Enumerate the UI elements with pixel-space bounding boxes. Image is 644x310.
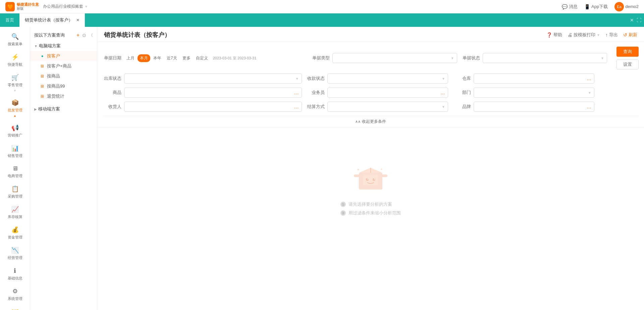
app-download-button[interactable]: 📱 App下载: [584, 4, 608, 10]
filter-row-4: 收货人 … 结算方式 ▼: [103, 102, 639, 112]
settlement-dropdown[interactable]: ▼: [327, 102, 448, 112]
empty-num-1: ①: [340, 202, 346, 207]
empty-illustration: ✦ ✦: [351, 154, 391, 195]
payment-status-label: 收款状态: [306, 75, 325, 82]
filter-row-2: 出库状态 ▼ 收款状态 ▼: [103, 73, 639, 84]
top-bar-right: 💬 消息 📱 App下载 Ea demo2: [562, 2, 639, 11]
pc-scheme-header[interactable]: ▼ 电脑端方案: [30, 41, 97, 51]
scheme-customer-product[interactable]: ⊞ 按客户+商品: [30, 61, 97, 71]
salesperson-input[interactable]: …: [327, 88, 448, 98]
svg-text:✦: ✦: [357, 167, 360, 172]
date-tab-this-year[interactable]: 本年: [151, 54, 164, 62]
logo-area: 🧡 畅捷通好生意 标版: [5, 2, 39, 11]
add-scheme-button[interactable]: +: [76, 32, 79, 38]
collapse-more-button[interactable]: ∧∧ 收起更多条件: [103, 116, 639, 127]
svg-point-2: [366, 178, 369, 181]
filter-row-1: 单据日期 上月 本月 本年 近7天 更多 自定义 20: [103, 47, 639, 69]
help-button[interactable]: ❓ 帮助: [546, 32, 562, 38]
out-status-arrow-icon: ▼: [296, 77, 299, 81]
tab-sales-stat[interactable]: 销货单统计表（按客户） ✕: [19, 13, 85, 27]
top-bar: 🧡 畅捷通好生意 标版 办公用品行业模拟账套 ▼ 💬 消息 📱 App下载 Ea…: [0, 0, 644, 13]
tab-home[interactable]: 首页: [0, 13, 19, 27]
close-window-icon[interactable]: ✕: [630, 17, 634, 23]
app-download-label: App下载: [591, 4, 608, 10]
filter-doc-type-item: 单据类型 ▼: [311, 53, 457, 63]
scheme-customer-product-label: 按客户+商品: [47, 63, 71, 69]
maximize-icon[interactable]: ⛶: [637, 17, 641, 23]
doc-status-dropdown[interactable]: ▼: [483, 53, 607, 63]
sidebar-item-basic[interactable]: ℹ 基础信息: [0, 264, 30, 284]
svg-point-4: [367, 178, 368, 179]
system-icon: ⚙: [12, 288, 18, 295]
filter-date-item: 单据日期 上月 本月 本年 近7天 更多 自定义 20: [103, 54, 307, 62]
product-99-icon: ⊞: [40, 84, 45, 89]
dept-label: 部门: [452, 90, 471, 96]
sidebar-purchase-label: 采购管理: [8, 194, 22, 199]
sidebar-item-enterprise[interactable]: 🤝 企业协同: [0, 305, 30, 310]
sidebar-item-inventory[interactable]: 📈 库存核算: [0, 202, 30, 223]
refresh-button[interactable]: ↺ 刷新: [623, 32, 637, 38]
scheme-product-99[interactable]: ⊞ 按商品99: [30, 81, 97, 91]
consignee-input[interactable]: …: [124, 102, 302, 112]
filter-area: 单据日期 上月 本月 本年 近7天 更多 自定义 20: [97, 42, 644, 127]
sidebar-item-marketing[interactable]: 📢 营销推广: [0, 121, 30, 141]
svg-rect-7: [382, 174, 387, 177]
collapse-label: 收起更多条件: [362, 119, 386, 124]
sidebar-item-purchase[interactable]: 📋 采购管理: [0, 182, 30, 202]
sidebar-item-retail[interactable]: 🛒 零售管理 ▼: [0, 70, 30, 96]
customer-product-icon: ⊞: [40, 63, 45, 69]
date-tab-more[interactable]: 更多: [180, 54, 193, 62]
pc-section-label: 电脑端方案: [39, 43, 61, 49]
print-icon: 🖨: [568, 32, 572, 38]
user-profile[interactable]: Ea demo2: [614, 2, 639, 11]
doc-type-dropdown[interactable]: ▼: [332, 53, 457, 63]
sidebar-item-wholesale[interactable]: 📦 批发管理 ▲: [0, 96, 30, 121]
scheme-by-customer[interactable]: ● 按客户: [30, 51, 97, 61]
export-icon: ↑: [605, 32, 608, 38]
export-button[interactable]: ↑ 导出: [605, 32, 618, 38]
payment-status-dropdown[interactable]: ▼: [327, 73, 448, 84]
sidebar-item-search[interactable]: 🔍 搜索菜单: [0, 30, 30, 50]
settings-scheme-button[interactable]: ⊙: [82, 33, 86, 38]
logo-icon: 🧡: [5, 2, 15, 11]
template-print-button[interactable]: 🖨 按模板打印 ▼: [568, 32, 600, 38]
download-icon: 📱: [584, 4, 590, 9]
settings-button[interactable]: 设置: [616, 59, 639, 69]
settlement-arrow-icon: ▼: [442, 105, 445, 109]
filter-dept-item: 部门 ▼: [452, 88, 594, 98]
page-title: 销货单统计表（按客户）: [104, 31, 170, 39]
scheme-return-stat[interactable]: ⊞ 退货统计: [30, 91, 97, 101]
filter-salesperson-item: 业务员 …: [306, 88, 448, 98]
brand-input[interactable]: …: [474, 102, 594, 112]
query-button[interactable]: 查询: [616, 47, 639, 57]
collapse-sidebar-button[interactable]: 《: [89, 33, 93, 38]
message-button[interactable]: 💬 消息: [562, 4, 578, 10]
sidebar-marketing-label: 营销推广: [8, 133, 22, 138]
pc-section-arrow: ▼: [34, 44, 38, 48]
sidebar-item-ecommerce[interactable]: 🖥 电商管理: [0, 162, 30, 182]
avatar: Ea: [614, 2, 624, 11]
sidebar-item-system[interactable]: ⚙ 系统管理: [0, 284, 30, 305]
sidebar-item-operations[interactable]: 📉 经营管理: [0, 243, 30, 264]
sidebar-item-sales[interactable]: 📊 销售管理: [0, 141, 30, 162]
warehouse-input[interactable]: …: [474, 73, 594, 84]
sidebar-item-quick-nav[interactable]: ⚡ 快捷导航: [0, 50, 30, 70]
breadcrumb-arrow-icon[interactable]: ▼: [85, 5, 88, 8]
date-tab-this-month[interactable]: 本月: [138, 54, 150, 62]
dept-dropdown[interactable]: ▼: [474, 88, 594, 98]
tab-close-icon[interactable]: ✕: [76, 18, 79, 22]
doc-type-arrow-icon: ▼: [451, 56, 454, 60]
sidebar-ecommerce-label: 电商管理: [8, 173, 22, 178]
mobile-scheme-header[interactable]: ▶ 移动端方案: [30, 104, 97, 114]
date-tab-custom[interactable]: 自定义: [194, 54, 210, 62]
product-input[interactable]: …: [124, 88, 302, 98]
template-print-label: 按模板打印: [574, 32, 595, 38]
date-tab-last-7days[interactable]: 近7天: [164, 54, 179, 62]
scheme-by-product[interactable]: ⊞ 按商品: [30, 71, 97, 81]
out-status-dropdown[interactable]: ▼: [124, 73, 302, 84]
brand-label: 品牌: [452, 104, 471, 110]
mobile-section-label: 移动端方案: [38, 106, 60, 112]
sidebar-item-finance[interactable]: 💰 资金管理: [0, 223, 30, 243]
date-tab-last-month[interactable]: 上月: [124, 54, 137, 62]
inventory-icon: 📈: [11, 206, 19, 213]
